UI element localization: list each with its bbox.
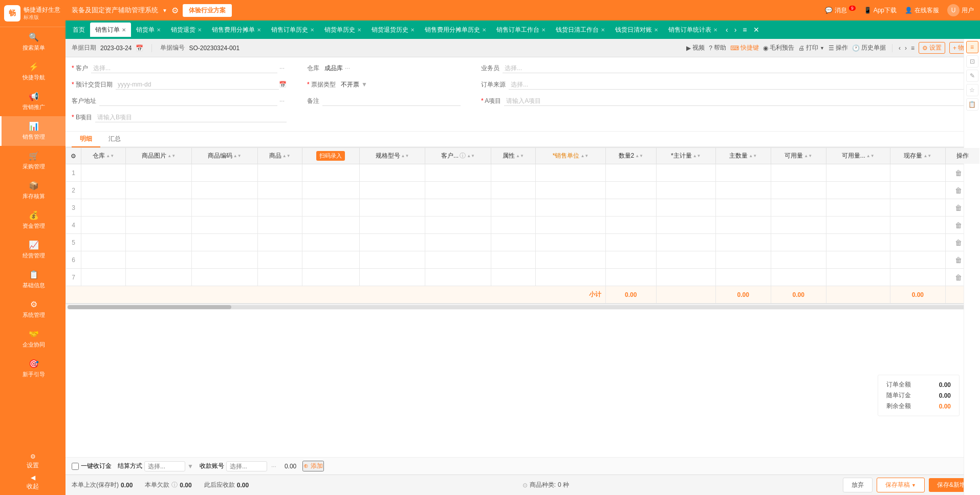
sidebar-item-nav[interactable]: ⚡ 快捷导航 — [0, 57, 66, 87]
delete-row-btn[interactable]: 🗑 — [955, 256, 962, 264]
tab-sales-expense[interactable]: 销售费用分摊单 ✕ — [207, 23, 266, 37]
add-payment-btn[interactable]: ⊕ 添加 — [302, 461, 323, 471]
tab-invoice-history[interactable]: 销货单历史 ✕ — [319, 23, 366, 37]
staff-input[interactable] — [503, 63, 974, 73]
tab-close-icon[interactable]: ✕ — [654, 27, 658, 33]
row-warehouse[interactable] — [81, 164, 126, 182]
tab-next-btn[interactable]: › — [731, 25, 740, 35]
tab-close-icon[interactable]: ✕ — [198, 27, 202, 33]
tab-close-icon[interactable]: ✕ — [482, 27, 486, 33]
sidebar-item-marketing[interactable]: 📢 营销推广 — [0, 87, 66, 116]
a-project-input[interactable] — [504, 96, 974, 106]
sidebar-item-system[interactable]: ⚙ 系统管理 — [0, 294, 66, 324]
next-record-btn[interactable]: › — [905, 45, 907, 52]
tab-close-icon[interactable]: ✕ — [713, 27, 717, 33]
history-btn[interactable]: 🕐 历史单据 — [852, 44, 886, 52]
row-code[interactable] — [191, 164, 257, 182]
delivery-date-input[interactable] — [116, 80, 279, 90]
row-barcode[interactable] — [302, 164, 359, 182]
tab-close-icon[interactable]: ✕ — [257, 27, 261, 33]
tab-sales-return[interactable]: 销货退货 ✕ — [166, 23, 207, 37]
payment-method-input[interactable] — [144, 461, 185, 471]
b-project-input[interactable] — [95, 113, 287, 122]
horizontal-scrollbar[interactable] — [66, 304, 980, 310]
operation-btn[interactable]: ☰ 操作 — [829, 44, 848, 52]
note-input[interactable] — [322, 96, 461, 106]
row-available[interactable] — [771, 164, 826, 182]
tab-sales-order[interactable]: 销售订单 ✕ — [90, 23, 131, 37]
prev-record-btn[interactable]: ‹ — [899, 45, 901, 52]
right-panel-btn-4[interactable]: ☆ — [966, 84, 978, 96]
print-btn[interactable]: 🖨 打印 ▼ — [798, 44, 824, 52]
addr-input[interactable] — [99, 96, 277, 106]
solution-button[interactable]: 体验行业方案 — [183, 4, 232, 17]
sidebar-item-guide[interactable]: 🎯 新手引导 — [0, 354, 66, 383]
tab-expense-history[interactable]: 销售费用分摊单历史 ✕ — [420, 23, 491, 37]
delete-row-btn[interactable]: 🗑 — [955, 221, 962, 229]
tab-close-icon[interactable]: ✕ — [310, 27, 314, 33]
row-spec[interactable] — [359, 164, 425, 182]
date-picker-icon[interactable]: 📅 — [279, 81, 287, 88]
sub-tab-summary[interactable]: 汇总 — [100, 132, 129, 147]
tab-sales-stats[interactable]: 销售订单统计表 ✕ — [663, 23, 723, 37]
right-panel-btn-1[interactable]: ≡ — [966, 41, 978, 53]
help-btn[interactable]: ? 帮助 — [709, 44, 726, 52]
payment-dropdown-icon[interactable]: ▼ — [187, 463, 193, 470]
tab-close-icon[interactable]: ✕ — [601, 27, 605, 33]
right-panel-btn-5[interactable]: 📋 — [966, 98, 978, 111]
barcode-btn[interactable]: 扫码录入 — [316, 151, 345, 161]
tab-cash-reconcile[interactable]: 钱货日清对账 ✕ — [610, 23, 663, 37]
tab-close-all-btn[interactable]: ✕ — [750, 25, 763, 35]
order-source-input[interactable] — [509, 80, 974, 90]
tab-home[interactable]: 首页 — [68, 23, 90, 37]
tab-order-workbench[interactable]: 销售订单工作台 ✕ — [491, 23, 551, 37]
tab-close-icon[interactable]: ✕ — [157, 27, 161, 33]
delete-row-btn[interactable]: 🗑 — [955, 239, 962, 247]
one-click-checkbox[interactable] — [72, 463, 79, 470]
col-barcode[interactable]: 扫码录入 — [302, 148, 359, 164]
sidebar-collapse-btn[interactable]: ◀ 收起 — [27, 474, 39, 491]
tab-close-icon[interactable]: ✕ — [541, 27, 546, 33]
scrollbar-thumb[interactable] — [68, 305, 231, 309]
save-draft-button[interactable]: 保存草稿 ▼ — [877, 478, 925, 492]
list-view-btn[interactable]: ≡ — [911, 45, 914, 52]
sidebar-item-management[interactable]: 📈 经营管理 — [0, 235, 66, 265]
save-draft-dropdown-icon[interactable]: ▼ — [911, 483, 916, 488]
settings-panel-btn[interactable]: ⚙ 设置 — [919, 42, 945, 54]
gear-settings-icon[interactable]: ⚙ — [171, 6, 179, 15]
scrollbar-track[interactable] — [68, 305, 978, 309]
user-menu[interactable]: U 用户 — [947, 4, 974, 16]
tab-sales-invoice[interactable]: 销货单 ✕ — [131, 23, 166, 37]
row-product[interactable] — [257, 164, 302, 182]
online-service-btn[interactable]: 👤 在线客服 — [905, 6, 939, 15]
sidebar-item-finance[interactable]: 💰 资金管理 — [0, 205, 66, 235]
customer-input[interactable] — [91, 63, 277, 73]
sidebar-item-inventory[interactable]: 📦 库存核算 — [0, 176, 66, 205]
delete-row-btn[interactable]: 🗑 — [955, 273, 962, 282]
tab-return-history[interactable]: 销货退货历史 ✕ — [366, 23, 420, 37]
profit-btn[interactable]: ◉ 毛利预告 — [763, 44, 794, 52]
invoice-dropdown-icon[interactable]: ▼ — [359, 81, 369, 88]
tab-close-icon[interactable]: ✕ — [410, 27, 415, 33]
bank-input[interactable] — [226, 461, 267, 471]
sub-tab-detail[interactable]: 明细 — [72, 132, 100, 147]
right-panel-btn-2[interactable]: ⊡ — [966, 55, 978, 68]
shortcut-btn[interactable]: ⌨ 快捷键 — [730, 44, 759, 52]
delete-row-btn[interactable]: 🗑 — [955, 186, 962, 195]
row-attribute[interactable] — [491, 164, 535, 182]
row-stock[interactable] — [890, 164, 945, 182]
sidebar-item-search[interactable]: 🔍 搜索菜单 — [0, 27, 66, 57]
sidebar-settings-btn[interactable]: ⚙ 设置 — [27, 453, 39, 470]
sidebar-item-sales[interactable]: 📊 销售管理 — [0, 116, 66, 146]
tab-cash-daily-workbench[interactable]: 钱货日清工作台 ✕ — [551, 23, 610, 37]
customer-dots[interactable]: ··· — [277, 64, 287, 72]
calendar-icon[interactable]: 📅 — [136, 45, 143, 52]
right-panel-btn-3[interactable]: ✎ — [966, 70, 978, 82]
tab-sales-order-history[interactable]: 销售订单历史 ✕ — [266, 23, 319, 37]
tab-prev-btn[interactable]: ‹ — [723, 25, 731, 35]
delete-row-btn[interactable]: 🗑 — [955, 169, 962, 177]
sidebar-item-purchase[interactable]: 🛒 采购管理 — [0, 146, 66, 176]
row-image[interactable] — [126, 164, 192, 182]
row-available2[interactable] — [826, 164, 890, 182]
view-btn[interactable]: ▶ 视频 — [686, 44, 705, 52]
